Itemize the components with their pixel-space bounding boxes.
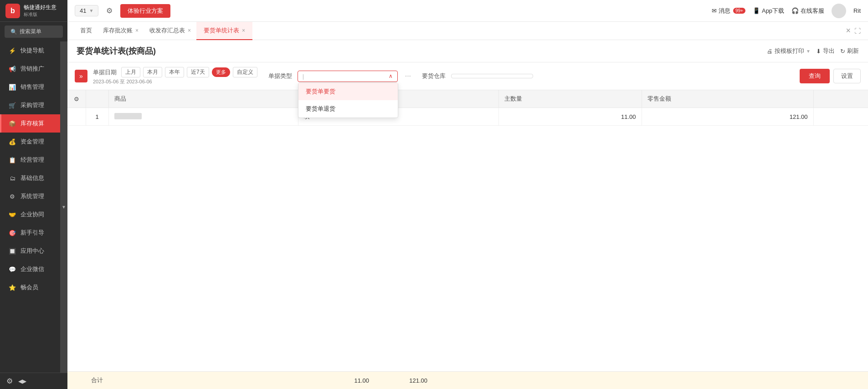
message-icon: ✉ [712,7,717,14]
filter-date-last-month[interactable]: 上月 [121,67,140,77]
sidebar-item-quick-nav[interactable]: ⚡ 快捷导航 [0,41,60,60]
system-icon: ⚙ [8,192,17,201]
sidebar-item-label: 快捷导航 [21,46,44,55]
sidebar-item-label: 系统管理 [21,192,44,200]
filter-date-this-month[interactable]: 本月 [143,67,162,77]
sidebar-item-label: 营销推广 [21,65,44,73]
query-button[interactable]: 查询 [800,69,830,83]
th-product: 商品 [108,90,298,108]
app-download-action[interactable]: 📱 App下载 [753,7,784,15]
tab-home-label: 首页 [80,26,92,35]
refresh-btn[interactable]: ↻ 刷新 [840,47,859,55]
sidebar-item-member[interactable]: ⭐ 畅会员 [0,278,60,297]
sidebar-item-label: 新手引导 [21,229,44,237]
content-area: 要货单统计表(按商品) 🖨 按模板打印 ▼ ⬇ 导出 ↻ 刷新 » [67,40,868,389]
sidebar-bottom: ⚙ ◀▶ [0,373,67,389]
sidebar-item-label: 经营管理 [21,156,44,164]
sidebar-scroll-down[interactable]: ▼ [60,41,67,373]
filter-date-group: 单据日期 上月 本月 本年 近7天 更多 自定义 2023-05-06 至 20… [93,67,257,85]
tab-fullscreen-icon[interactable]: ⛶ [854,27,861,35]
store-chevron-icon: ▼ [89,8,93,13]
export-btn[interactable]: ⬇ 导出 [816,47,835,55]
dropdown-item-requisition-order[interactable]: 要货单要货 [298,83,398,100]
sidebar-item-label: 畅会员 [21,283,38,292]
filter-doctype-value: | [303,73,389,80]
user-avatar[interactable] [832,4,846,18]
td-extra [813,108,868,126]
sidebar-item-label: 应用中心 [21,247,44,255]
filter-dots-icon[interactable]: ··· [403,72,413,80]
sidebar-collapse-icon[interactable]: ◀▶ [18,378,26,384]
tab-batch[interactable]: 库存批次账 × [98,22,144,40]
data-table: ⚙ 商品 主计量单位 主数量 零售金额 1 [67,90,868,126]
message-badge: 99+ [733,8,745,14]
page-title: 要货单统计表(按商品) [77,46,156,56]
topbar-gear-icon[interactable]: ⚙ [103,5,116,17]
td-amount: 121.00 [642,108,813,126]
tab-collect[interactable]: 收发存汇总表 × [144,22,196,40]
td-rownum: 1 [86,108,108,126]
sidebar-item-basic[interactable]: 🗂 基础信息 [0,169,60,187]
store-selector[interactable]: 41 ▼ [75,5,98,16]
filter-doctype-select[interactable]: | ∧ 要货单要货 要货单退货 [298,71,398,82]
td-quantity: 11.00 [499,108,642,126]
appstore-icon: 🔲 [8,246,17,256]
tab-requisition-close[interactable]: × [242,28,245,33]
sidebar-item-label: 企业协同 [21,210,44,219]
settings-button[interactable]: 设置 [833,69,861,83]
sidebar: b 畅捷通好生意 标准版 🔍 搜索菜单 ⚡ 快捷导航 📢 营销推广 📊 销售管理 [0,0,67,389]
sidebar-search[interactable]: 🔍 搜索菜单 [5,26,63,38]
sidebar-item-marketing[interactable]: 📢 营销推广 [0,60,60,78]
sidebar-item-guide[interactable]: 🎯 新手引导 [0,224,60,242]
main-area: 41 ▼ ⚙ 体验行业方案 ✉ 消息 99+ 📱 App下载 🎧 在线客服 Ri… [67,0,868,389]
sidebar-item-enterprise[interactable]: 🤝 企业协同 [0,205,60,224]
chevron-up-icon: ∧ [389,73,393,79]
industry-btn[interactable]: 体验行业方案 [120,4,170,18]
filter-warehouse-input[interactable] [451,74,533,78]
sidebar-item-wechat[interactable]: 💬 企业微信 [0,260,60,278]
logo-icon: b [5,4,20,18]
td-product [108,108,298,126]
filter-date-custom[interactable]: 自定义 [233,67,257,77]
support-action[interactable]: 🎧 在线客服 [791,7,824,15]
sidebar-item-system[interactable]: ⚙ 系统管理 [0,187,60,205]
message-action[interactable]: ✉ 消息 99+ [712,7,745,15]
filter-date-7days[interactable]: 近7天 [187,67,209,77]
finance-icon: 💰 [8,137,17,146]
logo-title: 畅捷通好生意 [24,4,56,11]
print-template-btn[interactable]: 🖨 按模板打印 ▼ [767,47,811,55]
tab-requisition[interactable]: 要货单统计表 × [196,22,252,40]
tab-home[interactable]: 首页 [75,22,98,40]
logo-sub: 标准版 [24,11,56,17]
tab-collect-close[interactable]: × [188,28,191,33]
filter-doctype-label: 单据类型 [268,72,292,80]
sidebar-item-operation[interactable]: 📋 经营管理 [0,151,60,169]
filter-date-more[interactable]: 更多 [212,67,230,77]
sidebar-item-label: 采购管理 [21,101,44,109]
operation-icon: 📋 [8,155,17,164]
td-settings [67,108,86,126]
table-area: ⚙ 商品 主计量单位 主数量 零售金额 1 [67,90,868,371]
filter-expand-btn[interactable]: » [75,70,87,82]
sidebar-item-sales[interactable]: 📊 销售管理 [0,78,60,96]
sidebar-item-appstore[interactable]: 🔲 应用中心 [0,242,60,260]
filter-bar: » 单据日期 上月 本月 本年 近7天 更多 自定义 2023-05-06 至 … [67,62,868,90]
filter-date-this-year[interactable]: 本年 [165,67,184,77]
basic-icon: 🗂 [8,174,17,183]
topbar: 41 ▼ ⚙ 体验行业方案 ✉ 消息 99+ 📱 App下载 🎧 在线客服 Ri… [67,0,868,22]
th-settings[interactable]: ⚙ [67,90,86,108]
tab-window-close[interactable]: × [846,26,851,36]
tab-collect-label: 收发存汇总表 [149,26,185,35]
sidebar-settings-icon[interactable]: ⚙ [6,377,13,385]
table-footer: 合计 11.00 121.00 [67,371,868,389]
dropdown-item-requisition-return[interactable]: 要货单退货 [298,100,398,118]
sidebar-item-inventory[interactable]: 📦 库存核算 [0,114,60,133]
support-icon: 🎧 [791,7,799,14]
tab-batch-close[interactable]: × [135,28,139,33]
filter-date-range: 2023-05-06 至 2023-06-06 [93,78,257,85]
sidebar-item-finance[interactable]: 💰 资金管理 [0,133,60,151]
print-icon: 🖨 [767,48,773,55]
refresh-icon: ↻ [840,48,845,55]
sidebar-item-purchase[interactable]: 🛒 采购管理 [0,96,60,114]
message-label: 消息 [719,7,730,15]
